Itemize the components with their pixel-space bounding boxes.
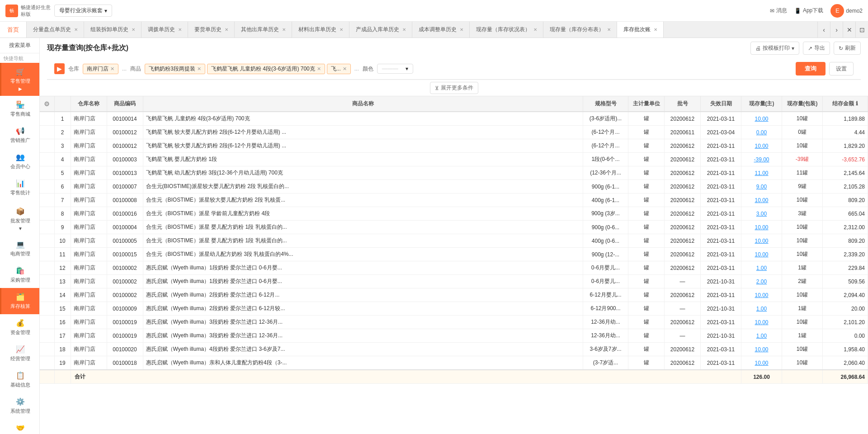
product-tag-0[interactable]: 飞鹤奶粉3段两提装 ✕ [145,64,205,74]
row-name: 合生元（BIOSTIME）派星幼儿配方奶粉 3段 乳核蛋白的4%... [143,248,583,261]
tab-item-3[interactable]: 要货单历史 ✕ [188,22,235,38]
sidebar-item-inventory[interactable]: 🗂️ 库存核算 [0,288,39,314]
user-profile[interactable]: E demo2 [830,4,863,18]
row-qty-main[interactable]: 2.00 [741,275,782,288]
tab-maximize-btn[interactable]: ⊡ [855,22,868,38]
tab-item-9[interactable]: 现存量（库存分布表） ✕ [543,22,617,38]
tab-close-3[interactable]: ✕ [223,27,230,33]
tab-close-all-btn[interactable]: ✕ [843,22,855,38]
row-balance: 4.44 [823,126,868,139]
row-spec: 900g (6-1... [583,180,628,193]
product-tag-1[interactable]: 飞鹤星飞帆 儿童奶粉 4段(3-6岁适用) 700克 ✕ [207,64,325,74]
sidebar-item-ecommerce[interactable]: 💻 电商管理 [0,236,39,262]
messages-btn[interactable]: ✉ 消息 [770,7,787,14]
row-qty-main[interactable]: 1.00 [741,329,782,343]
row-balance: 809.20 [823,234,868,248]
row-qty-main[interactable]: 1.00 [741,261,782,275]
tab-item-6[interactable]: 产成品入库单历史 ✕ [349,22,412,38]
row-qty-main[interactable]: 0.00 [741,126,782,139]
row-qty-main[interactable]: 10.00 [741,248,782,261]
sidebar-item-finance[interactable]: 💰 资金管理 [0,314,39,340]
tab-home[interactable]: 首页 [0,22,27,38]
row-qty-main[interactable]: 3.00 [741,207,782,221]
sidebar-search-btn[interactable]: 搜索菜单 [0,38,39,53]
tab-close-4[interactable]: ✕ [281,27,287,33]
tab-item-5[interactable]: 材料出库单历史 ✕ [292,22,349,38]
product-tag-0-close[interactable]: ✕ [197,66,201,72]
row-qty-main[interactable]: 10.00 [741,288,782,302]
export-btn[interactable]: ↗ 导出 [803,42,830,55]
sidebar-item-retail-mall[interactable]: 🏪 零售商城 [0,96,39,122]
color-filter-dropdown[interactable]: ——— ▾ [377,64,413,74]
sidebar-item-retail-stats[interactable]: 📊 零售统计 [0,175,39,201]
filter-expand-btn[interactable]: ▶ [54,63,65,74]
sidebar-item-retail-mgmt[interactable]: 🛒 零售管理 ▶ [0,63,39,96]
row-batch: 20200612 [665,316,701,329]
row-settings-cell [40,139,54,153]
sidebar-item-basic-info[interactable]: 📋 基础信息 [0,367,39,393]
tab-close-8[interactable]: ✕ [532,27,538,33]
print-btn[interactable]: 🖨 按模板打印 ▾ [750,42,799,55]
row-name: 惠氏启赋（Wyeth illuma）4段奶粉 爱尔兰进口 3-6岁及7... [143,343,583,356]
app-download-btn[interactable]: 📱 App下载 [794,7,823,14]
tab-item-0[interactable]: 分量盘点单历史 ✕ [27,22,84,38]
retail-mall-icon: 🏪 [16,100,25,109]
row-spec: 6-12月婴儿... [583,288,628,302]
tab-item-4[interactable]: 其他出库单历史 ✕ [235,22,292,38]
tab-close-5[interactable]: ✕ [338,27,344,33]
tab-close-9[interactable]: ✕ [606,27,612,33]
warehouse-tag-group: 南岸门店 ✕ [83,64,118,74]
table-settings-icon[interactable]: ⚙ [44,100,50,108]
settings-btn[interactable]: 设置 [829,62,854,75]
tab-close-0[interactable]: ✕ [73,27,79,33]
tab-item-8[interactable]: 现存量（库存状况表） ✕ [470,22,543,38]
sidebar-item-label: 会员中心 [10,163,30,170]
row-qty-main[interactable]: 10.00 [741,112,782,126]
warehouse-tag[interactable]: 南岸门店 ✕ [83,64,118,74]
row-qty-main[interactable]: 10.00 [741,193,782,207]
sidebar-item-wholesale[interactable]: 📦 批发管理 ▼ [0,203,39,236]
row-settings-cell [40,153,54,166]
sidebar-item-operations[interactable]: 📈 经营管理 [0,340,39,367]
org-selector[interactable]: 母婴行业演示账套 ▾ [54,5,112,17]
row-qty-main[interactable]: 9.00 [741,180,782,193]
sidebar-item-member-center[interactable]: 👥 会员中心 [0,148,39,175]
query-btn[interactable]: 查询 [796,62,826,75]
row-qty-main[interactable]: 1.00 [741,302,782,316]
page-actions: 🖨 按模板打印 ▾ ↗ 导出 ↻ 刷新 [750,42,861,55]
tab-next-btn[interactable]: › [830,22,843,38]
table-row: 14 南岸门店 00100002 惠氏启赋（Wyeth illuma）2段奶粉 … [40,288,868,302]
tab-item-2[interactable]: 调拨单历史 ✕ [142,22,188,38]
expand-more-btn[interactable]: ⊻ 展开更多条件 [430,82,478,94]
table-row: 8 南岸门店 00100016 合生元（BIOSTIME）派星 学龄前儿童配方奶… [40,207,868,221]
tab-prev-btn[interactable]: ‹ [817,22,830,38]
tab-item-1[interactable]: 组装拆卸单历史 ✕ [84,22,142,38]
tab-close-10[interactable]: ✕ [652,27,659,33]
product-tag-1-close[interactable]: ✕ [317,66,321,72]
row-qty-main[interactable]: 11.00 [741,166,782,180]
product-tag-extra-close[interactable]: ✕ [343,66,347,72]
row-qty-main[interactable]: 10.00 [741,221,782,234]
product-tag-extra[interactable]: 飞... ✕ [327,64,351,74]
row-qty-main[interactable]: 10.00 [741,343,782,356]
sidebar-item-marketing[interactable]: 📢 营销推广 [0,122,39,148]
row-qty-main[interactable]: 10.00 [741,234,782,248]
row-code: 00100014 [107,112,143,126]
warehouse-tag-close[interactable]: ✕ [110,66,114,72]
tab-item-10[interactable]: 库存批次账 ✕ [617,22,664,38]
tab-close-7[interactable]: ✕ [458,27,465,33]
sidebar-item-system[interactable]: ⚙️ 系统管理 [0,393,39,419]
sidebar-item-collab[interactable]: 🤝 企业协同 [0,419,39,434]
row-qty-main[interactable]: -39.00 [741,153,782,166]
tab-close-1[interactable]: ✕ [130,27,137,33]
row-qty-main[interactable]: 10.00 [741,316,782,329]
refresh-btn[interactable]: ↻ 刷新 [834,42,861,55]
tab-item-7[interactable]: 成本调整单历史 ✕ [412,22,470,38]
tab-close-6[interactable]: ✕ [401,27,407,33]
tab-close-2[interactable]: ✕ [177,27,183,33]
tab-bar: 首页 分量盘点单历史 ✕ 组装拆卸单历史 ✕ 调拨单历史 ✕ 要货单历史 ✕ 其… [0,22,868,38]
finance-icon: 💰 [16,319,25,327]
row-qty-main[interactable]: 10.00 [741,356,782,370]
row-qty-main[interactable]: 10.00 [741,139,782,153]
sidebar-item-purchase[interactable]: 🛍️ 采购管理 [0,262,39,288]
